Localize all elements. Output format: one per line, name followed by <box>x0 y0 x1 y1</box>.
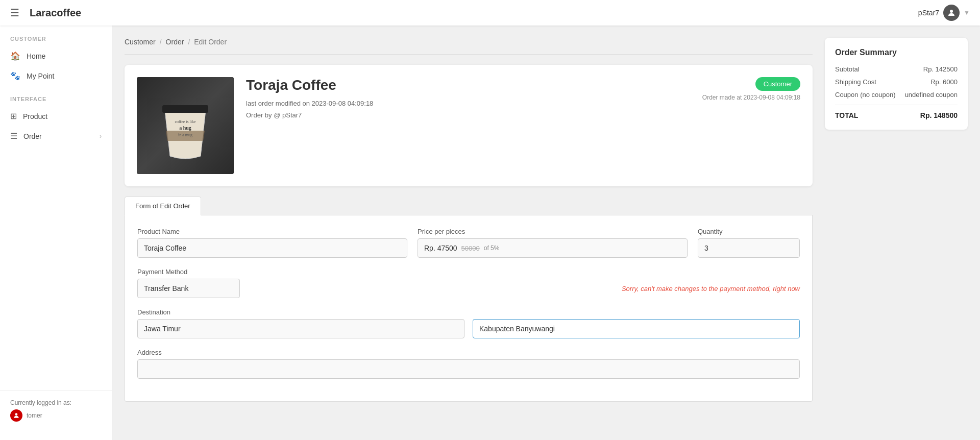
quantity-label: Quantity <box>698 228 800 235</box>
home-icon: 🏠 <box>10 51 20 61</box>
sidebar-item-order[interactable]: ☰ Order › <box>0 126 112 146</box>
order-card: coffee is like a hug in a mug Toraja Cof… <box>125 65 813 186</box>
payment-row: Sorry, can't make changes to the payment… <box>137 279 800 298</box>
svg-text:in a mug: in a mug <box>178 133 192 137</box>
sidebar-footer: Currently logged in as: tomer <box>0 390 112 430</box>
chevron-down-icon: ▼ <box>964 9 970 16</box>
footer-username: tomer <box>27 412 42 419</box>
destination-label: Destination <box>137 308 800 316</box>
address-input[interactable] <box>137 359 800 379</box>
username-label: pStar7 <box>918 9 939 17</box>
tab-edit-order[interactable]: Form of Edit Order <box>125 197 201 215</box>
sidebar-item-label: Home <box>27 52 45 60</box>
svg-rect-2 <box>162 105 208 113</box>
destination-province-input[interactable] <box>137 319 464 338</box>
payment-group: Payment Method Sorry, can't make changes… <box>137 268 800 298</box>
order-date: Order made at 2023-09-08 04:09:18 <box>702 94 800 101</box>
order-title: Toraja Coffee <box>246 77 690 93</box>
list-icon: ☰ <box>10 131 17 141</box>
navbar: ☰ Laracoffee pStar7 ▼ <box>0 0 980 26</box>
destination-group: Destination <box>137 308 800 338</box>
total-value: Rp. 148500 <box>920 111 958 119</box>
form-panel: Product Name Price per pieces Rp. 47500 … <box>125 215 813 402</box>
coupon-label: Coupon (no coupon) <box>835 91 896 99</box>
sidebar-item-product[interactable]: ⊞ Product <box>0 106 112 126</box>
sidebar-item-mypoint[interactable]: 🐾 My Point <box>0 66 112 86</box>
breadcrumb-active: Edit Order <box>194 38 227 46</box>
sidebar-item-label: Product <box>23 112 47 120</box>
sidebar-item-label: My Point <box>27 72 54 80</box>
avatar <box>943 5 960 21</box>
layout: CUSTOMER 🏠 Home 🐾 My Point INTERFACE ⊞ P… <box>0 26 980 440</box>
payment-label: Payment Method <box>137 268 800 276</box>
product-name-group: Product Name <box>137 228 407 258</box>
paw-icon: 🐾 <box>10 71 20 81</box>
form-tab-container: Form of Edit Order Product Name Price pe… <box>125 197 813 402</box>
subtotal-value: Rp. 142500 <box>923 65 958 73</box>
summary-total-row: TOTAL Rp. 148500 <box>835 111 958 119</box>
order-last-modified: last order modified on 2023-09-08 04:09:… <box>246 97 690 109</box>
breadcrumb-sep-2: / <box>188 38 190 46</box>
breadcrumb-order[interactable]: Order <box>166 38 184 46</box>
product-name-label: Product Name <box>137 228 407 235</box>
product-image: coffee is like a hug in a mug <box>137 77 234 174</box>
user-menu[interactable]: pStar7 ▼ <box>918 5 970 21</box>
sidebar-section-interface: INTERFACE <box>0 86 112 106</box>
main-content: Customer / Order / Edit Order <box>112 26 980 440</box>
shipping-label: Shipping Cost <box>835 78 876 86</box>
sidebar-item-label: Order <box>23 132 42 140</box>
sidebar: CUSTOMER 🏠 Home 🐾 My Point INTERFACE ⊞ P… <box>0 26 112 440</box>
content-area: Customer / Order / Edit Order <box>125 38 813 428</box>
form-row-address: Address <box>137 349 800 379</box>
form-row-destination: Destination <box>137 308 800 338</box>
price-label: Price per pieces <box>418 228 688 235</box>
form-tabs: Form of Edit Order <box>125 197 813 215</box>
customer-badge: Customer <box>755 77 800 91</box>
destination-row <box>137 319 800 338</box>
quantity-input[interactable] <box>698 238 800 258</box>
summary-subtotal-row: Subtotal Rp. 142500 <box>835 65 958 73</box>
sidebar-section-customer: CUSTOMER <box>0 26 112 46</box>
app-brand: Laracoffee <box>30 7 81 19</box>
price-discount: of 5% <box>484 245 500 252</box>
payment-input[interactable] <box>137 279 240 298</box>
order-summary: Order Summary Subtotal Rp. 142500 Shippi… <box>825 38 968 428</box>
breadcrumb: Customer / Order / Edit Order <box>125 38 813 55</box>
svg-text:a hug: a hug <box>179 125 191 131</box>
svg-point-1 <box>15 413 18 415</box>
summary-shipping-row: Shipping Cost Rp. 6000 <box>835 78 958 86</box>
price-value: Rp. 47500 <box>424 244 457 252</box>
product-name-input[interactable] <box>137 238 407 258</box>
sidebar-toggle[interactable]: ☰ <box>10 7 19 19</box>
svg-point-0 <box>950 10 953 13</box>
summary-divider <box>835 105 958 105</box>
order-info: Toraja Coffee last order modified on 202… <box>246 77 690 121</box>
coupon-value: undefined coupon <box>905 91 958 99</box>
payment-warning: Sorry, can't make changes to the payment… <box>248 285 800 292</box>
breadcrumb-customer[interactable]: Customer <box>125 38 156 46</box>
address-label: Address <box>137 349 800 356</box>
order-by: Order by @ pStar7 <box>246 109 690 121</box>
price-original: 50000 <box>461 245 480 252</box>
summary-card: Order Summary Subtotal Rp. 142500 Shippi… <box>825 38 968 130</box>
footer-avatar <box>10 409 22 422</box>
form-row-product: Product Name Price per pieces Rp. 47500 … <box>137 228 800 258</box>
form-row-payment: Payment Method Sorry, can't make changes… <box>137 268 800 298</box>
grid-icon: ⊞ <box>10 111 17 121</box>
sidebar-item-home[interactable]: 🏠 Home <box>0 46 112 66</box>
address-group: Address <box>137 349 800 379</box>
logged-in-text: Currently logged in as: <box>10 399 102 406</box>
shipping-value: Rp. 6000 <box>930 78 958 86</box>
total-label: TOTAL <box>835 111 858 119</box>
price-field: Rp. 47500 50000 of 5% <box>418 238 688 258</box>
subtotal-label: Subtotal <box>835 65 860 73</box>
summary-coupon-row: Coupon (no coupon) undefined coupon <box>835 91 958 99</box>
order-badge-area: Customer Order made at 2023-09-08 04:09:… <box>702 77 800 101</box>
breadcrumb-sep-1: / <box>160 38 162 46</box>
svg-text:coffee is like: coffee is like <box>175 119 196 124</box>
chevron-right-icon: › <box>100 133 102 140</box>
quantity-group: Quantity <box>698 228 800 258</box>
destination-city-input[interactable] <box>473 319 800 338</box>
price-group: Price per pieces Rp. 47500 50000 of 5% <box>418 228 688 258</box>
summary-title: Order Summary <box>835 48 958 57</box>
